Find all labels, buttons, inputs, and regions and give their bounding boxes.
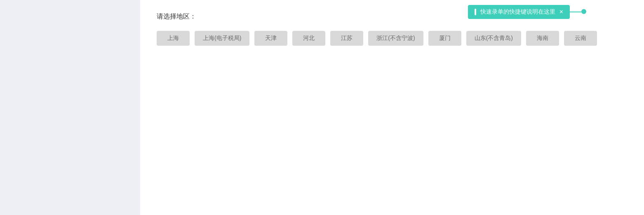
region-btn-jiangsu[interactable]: 江苏 xyxy=(330,31,363,46)
main-content: 请选择地区： 上海上海(电子税局)天津河北江苏浙江(不含宁波)厦门山东(不含青岛… xyxy=(140,0,644,215)
region-btn-xiamen[interactable]: 厦门 xyxy=(428,31,461,46)
region-buttons-container: 上海上海(电子税局)天津河北江苏浙江(不含宁波)厦门山东(不含青岛)海南云南 xyxy=(157,31,628,46)
region-btn-shanghai[interactable]: 上海 xyxy=(157,31,190,46)
region-btn-yunnan[interactable]: 云南 xyxy=(564,31,597,46)
tooltip-banner: 快速录单的快捷键说明在这里 × xyxy=(468,5,570,19)
tooltip-bar xyxy=(475,9,476,15)
tooltip-text: 快速录单的快捷键说明在这里 xyxy=(480,8,555,16)
region-btn-tianjin[interactable]: 天津 xyxy=(254,31,287,46)
region-btn-shanghai-etax[interactable]: 上海(电子税局) xyxy=(195,31,249,46)
left-sidebar xyxy=(0,0,140,215)
tooltip-line xyxy=(569,12,581,12)
region-btn-zhejiang[interactable]: 浙江(不含宁波) xyxy=(368,31,423,46)
tooltip-dot xyxy=(581,9,586,14)
close-icon[interactable]: × xyxy=(559,9,563,15)
region-btn-hebei[interactable]: 河北 xyxy=(292,31,325,46)
region-btn-shandong[interactable]: 山东(不含青岛) xyxy=(466,31,521,46)
region-btn-hainan[interactable]: 海南 xyxy=(526,31,559,46)
